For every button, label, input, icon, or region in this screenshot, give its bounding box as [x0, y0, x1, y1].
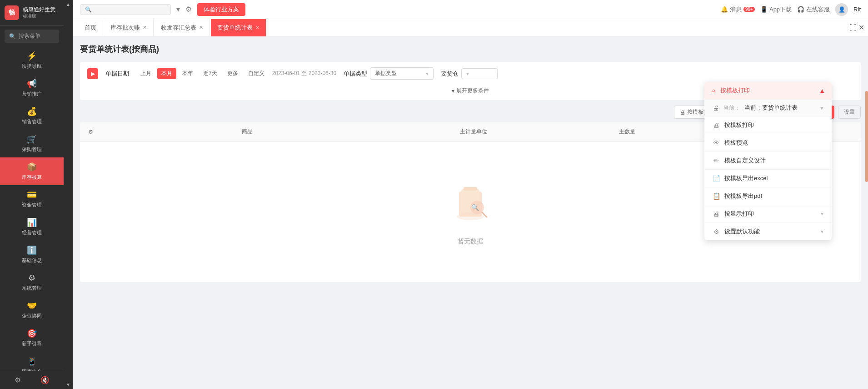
sidebar: 畅 畅康通好生意 标准版 🔍 搜索菜单 ⚡ 快捷导航 📢 营销推广 💰 销售管理… [0, 0, 64, 389]
sidebar-item-inventory[interactable]: 📦 库存核算 [0, 157, 64, 185]
dropdown-item-set-default[interactable]: ⚙ 设置默认功能 ▾ [704, 223, 832, 240]
dropdown-item-display-print[interactable]: 🖨 按显示打印 ▾ [704, 205, 832, 223]
quick-nav-icon: ⚡ [27, 51, 37, 61]
sidebar-item-operations[interactable]: 📊 经营管理 [0, 213, 64, 241]
finance-icon: 💳 [27, 190, 37, 200]
filter-date-buttons: 上月 本月 本年 近7天 更多 自定义 2023-06-01 至 2023-06… [136, 68, 336, 79]
topbar-search-area: 🔍 [80, 4, 171, 15]
display-print-icon: 🖨 [713, 210, 720, 217]
th-unit: 主计量单位 [397, 128, 550, 136]
tab-order-stats-close[interactable]: ✕ [255, 25, 259, 30]
th-product: 商品 [97, 128, 397, 136]
cargo-chevron-icon: ▾ [466, 71, 469, 77]
settings-footer-button[interactable]: ⚙ [15, 376, 21, 384]
tabs-maximize-button[interactable]: ⛶ [849, 24, 857, 32]
sidebar-item-system[interactable]: ⚙ 系统管理 [0, 268, 64, 296]
online-service-button[interactable]: 🎧 在线客服 [797, 5, 830, 14]
filter-toggle-button[interactable]: ▶ [87, 68, 98, 79]
app-logo-text: 畅康通好生意 标准版 [23, 6, 55, 20]
more-date-button[interactable]: 更多 [223, 68, 242, 79]
order-type-filter: 单据类型 单据类型 ▾ [344, 67, 434, 80]
dropdown-item-export-excel[interactable]: 📄 按模板导出excel [704, 170, 832, 187]
search-icon: 🔍 [9, 33, 16, 40]
dropdown-item-template-preview[interactable]: 👁 模板预览 [704, 134, 832, 152]
sidebar-scroll-bar: ▲ ▼ [64, 0, 73, 389]
app-download-button[interactable]: 📱 App下载 [760, 5, 792, 14]
printer-icon: 🖨 [680, 109, 685, 116]
sales-icon: 💰 [27, 106, 37, 116]
service-icon: 🎧 [797, 6, 804, 13]
expand-icon: ▾ [452, 88, 454, 94]
sidebar-item-finance[interactable]: 💳 资金管理 [0, 185, 64, 213]
custom-date-button[interactable]: 自定义 [244, 68, 269, 79]
last-7-days-button[interactable]: 近7天 [199, 68, 221, 79]
marketing-icon: 📢 [27, 79, 37, 89]
tab-inventory-batch-close[interactable]: ✕ [143, 25, 147, 30]
app-center-icon: 📱 [27, 356, 37, 366]
tab-home[interactable]: 首页 [78, 19, 103, 36]
search-menu-button[interactable]: 🔍 搜索菜单 [5, 30, 59, 43]
sidebar-item-purchase[interactable]: 🛒 采购管理 [0, 130, 64, 157]
set-default-icon: ⚙ [713, 228, 720, 235]
purchase-icon: 🛒 [27, 134, 37, 144]
tabs-bar: 首页 库存批次账 ✕ 收发存汇总表 ✕ 要货单统计表 ✕ ⛶ ✕ [73, 19, 868, 36]
operations-icon: 📊 [27, 217, 37, 227]
dropdown-collapse-icon: ▲ [819, 87, 825, 94]
gear-icon-btn[interactable]: ⚙ [185, 5, 192, 14]
prev-month-button[interactable]: 上月 [136, 68, 155, 79]
th-settings[interactable]: ⚙ [84, 129, 97, 135]
sidebar-item-app-center[interactable]: 📱 应用中心 [0, 352, 64, 371]
resize-handle[interactable] [865, 91, 868, 182]
cargo-filter: 要货仓 ▾ [441, 68, 498, 79]
column-settings-icon: ⚙ [88, 129, 93, 135]
tab-order-stats[interactable]: 要货单统计表 ✕ [211, 19, 266, 36]
dropdown-current-item[interactable]: 🖨 当前： 当前：要货单统计表 ▾ [704, 100, 832, 116]
user-avatar[interactable]: 👤 [835, 3, 848, 16]
sidebar-item-sales[interactable]: 💰 销售管理 [0, 102, 64, 130]
svg-text:🔍: 🔍 [471, 204, 479, 212]
cargo-select[interactable]: ▾ [461, 68, 498, 79]
scroll-down-button[interactable]: ▼ [66, 382, 70, 387]
dropdown-arrow-icon[interactable]: ▾ [176, 5, 180, 14]
current-month-button[interactable]: 本月 [157, 68, 176, 79]
settings-button[interactable]: 设置 [838, 106, 861, 119]
dropdown-header[interactable]: 🖨 按模板打印 ▲ [704, 82, 832, 100]
sidebar-item-quick-nav[interactable]: ⚡ 快捷导航 [0, 46, 64, 74]
empty-illustration: 🔍 [448, 178, 493, 232]
settings-footer-icon: ⚙ [15, 376, 21, 384]
dropdown-header-left: 🖨 按模板打印 [711, 86, 750, 95]
dropdown-current-icon: 🖨 [713, 104, 719, 111]
tab-inventory-batch[interactable]: 库存批次账 ✕ [104, 19, 154, 36]
tab-receivable-summary-close[interactable]: ✕ [199, 25, 203, 30]
scroll-up-button[interactable]: ▲ [66, 2, 70, 7]
order-type-label: 单据类型 [344, 70, 367, 78]
notifications-button[interactable]: 🔔 消息 99+ [721, 5, 755, 14]
sidebar-logo: 畅 畅康通好生意 标准版 [0, 0, 64, 26]
sound-footer-icon: 🔇 [40, 376, 50, 384]
current-year-button[interactable]: 本年 [178, 68, 197, 79]
download-icon: 📱 [760, 6, 768, 13]
tab-receivable-summary[interactable]: 收发存汇总表 ✕ [155, 19, 210, 36]
template-print-icon: 🖨 [713, 121, 720, 129]
tabs-close-all-button[interactable]: ✕ [858, 23, 864, 32]
username-label: Rit [853, 6, 861, 13]
print-dropdown-menu: 🖨 按模板打印 ▲ 🖨 当前： 当前：要货单统计表 ▾ 🖨 按模板打印 👁 模板… [704, 82, 832, 240]
order-type-chevron-icon: ▾ [426, 71, 429, 77]
sidebar-item-guide[interactable]: 🎯 新手引导 [0, 324, 64, 352]
dropdown-item-template-design[interactable]: ✏ 模板自定义设计 [704, 152, 832, 170]
industry-solution-button[interactable]: 体验行业方案 [197, 3, 245, 16]
topbar: 🔍 ▾ ⚙ 体验行业方案 🔔 消息 99+ 📱 App下载 🎧 在线客服 👤 R… [73, 0, 868, 19]
topbar-search-icon: 🔍 [85, 6, 92, 13]
sidebar-item-basic-info[interactable]: ℹ️ 基础信息 [0, 241, 64, 268]
dropdown-item-template-print[interactable]: 🖨 按模板打印 [704, 116, 832, 134]
tabs-controls: ⛶ ✕ [846, 23, 868, 32]
svg-rect-3 [464, 187, 477, 191]
sound-footer-button[interactable]: 🔇 [40, 376, 50, 384]
order-type-select[interactable]: 单据类型 ▾ [370, 67, 434, 80]
date-filter-label: 单据日期 [105, 70, 129, 78]
sidebar-item-marketing[interactable]: 📢 营销推广 [0, 74, 64, 102]
topbar-actions: 🔔 消息 99+ 📱 App下载 🎧 在线客服 👤 Rit [721, 3, 861, 16]
sidebar-item-enterprise[interactable]: 🤝 企业协同 [0, 296, 64, 324]
dropdown-item-export-pdf[interactable]: 📋 按模板导出pdf [704, 187, 832, 205]
dropdown-current-chevron-icon: ▾ [820, 105, 823, 111]
